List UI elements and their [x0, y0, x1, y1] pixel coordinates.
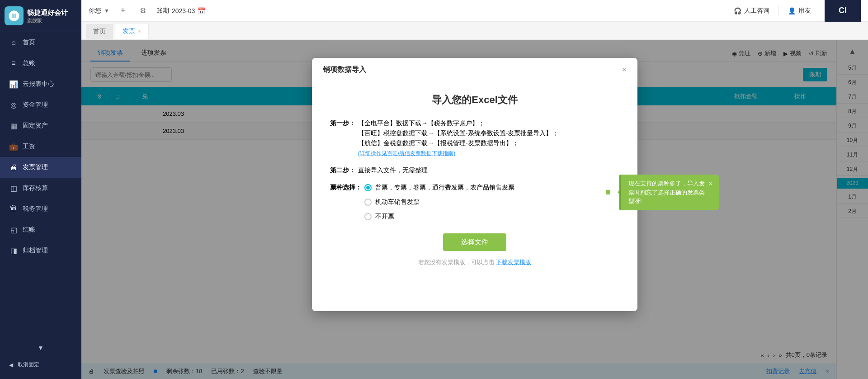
company-name: 你您 [89, 7, 101, 15]
sidebar-item-label: 库存核算 [23, 184, 48, 192]
user-icon: 👤 [788, 7, 796, 14]
sidebar-item-label: 结账 [23, 226, 35, 234]
headset-icon: 🎧 [734, 7, 741, 14]
company-selector[interactable]: 你您 ▼ [89, 7, 109, 15]
step1-line3: 【航信】金税盘数据下载→【报税管理-发票数据导出】； [358, 139, 558, 147]
archive-icon: ◨ [9, 246, 18, 255]
sidebar-item-label: 税务管理 [23, 205, 48, 213]
radio-option-car[interactable]: 机动车销售发票 [364, 198, 514, 206]
checkout-icon: ◱ [9, 225, 18, 234]
chevron-down-icon: ▼ [104, 8, 109, 14]
top-header: 你您 ▼ + ⚙ 账期 2023-03 📅 🎧 人工咨询 👤 用友 [81, 0, 868, 22]
cancel-fixed-icon: ◀ [9, 362, 13, 368]
sidebar-item-assets[interactable]: ▦ 固定资产 [0, 115, 81, 136]
radio-label-none: 不开票 [375, 213, 394, 221]
sidebar-scroll-down[interactable]: ▼ [0, 341, 81, 355]
modal-header: 销项数据导入 × [312, 58, 637, 82]
radio-label-normal: 普票，专票，卷票，通行费发票，农产品销售发票 [375, 184, 514, 192]
sidebar-item-ledger[interactable]: ≡ 总账 [0, 53, 81, 74]
support-label: 人工咨询 [744, 7, 769, 15]
radio-circle-car [364, 199, 372, 206]
sidebar-item-label: 云报表中心 [23, 80, 54, 88]
period-label: 账期 [156, 7, 169, 15]
reports-icon: 📊 [9, 80, 18, 89]
modal-footer: 若您没有发票模版，可以点击 下载发票模版 [330, 258, 619, 266]
ci-badge: CI [825, 0, 861, 22]
sidebar-item-archive[interactable]: ◨ 归档管理 [0, 240, 81, 261]
brand-name: 畅捷通好会计 [27, 8, 68, 17]
sidebar-item-inventory[interactable]: ◫ 库存核算 [0, 178, 81, 199]
header-right: 🎧 人工咨询 👤 用友 CI [734, 0, 861, 22]
cancel-fixed-label: 取消固定 [18, 361, 39, 369]
step1-row: 第一步： 【全电平台】数据下载→【税务数字账户】； 【百旺】税控盘数据下载→【系… [330, 119, 619, 157]
sidebar-item-tax[interactable]: 🏛 税务管理 [0, 199, 81, 219]
tab-bar: 首页 发票 × [81, 22, 868, 40]
add-button[interactable]: + [117, 5, 129, 17]
sidebar-item-reports[interactable]: 📊 云报表中心 [0, 74, 81, 95]
invoice-icon: 🖨 [9, 163, 18, 172]
sidebar-item-invoice[interactable]: 🖨 发票管理 [0, 157, 81, 178]
edition-label: 旗舰版 [27, 17, 68, 24]
sidebar-item-label: 固定资产 [23, 122, 48, 130]
radio-circle-none [364, 213, 372, 220]
app-logo-icon [5, 6, 24, 25]
sidebar-item-label: 资金管理 [23, 101, 48, 109]
tab-home[interactable]: 首页 [86, 24, 113, 39]
step2-block: 第二步： 直接导入文件，无需整理 [330, 166, 619, 175]
radio-option-normal[interactable]: 普票，专票，卷票，通行费发票，农产品销售发票 [364, 184, 514, 192]
inventory-icon: ◫ [9, 184, 18, 193]
user-button[interactable]: 👤 用友 [788, 7, 811, 15]
modal-title: 销项数据导入 [323, 65, 366, 75]
step1-block: 第一步： 【全电平台】数据下载→【税务数字账户】； 【百旺】税控盘数据下载→【系… [330, 119, 619, 157]
sidebar: 畅捷通好会计 旗舰版 ⌂ 首页 ≡ 总账 📊 云报表中心 ◎ 资金管理 ▦ [0, 0, 81, 379]
step1-link[interactable]: (详细操作见百旺/航信发票数据下载指南) [358, 149, 558, 157]
step2-content: 直接导入文件，无需整理 [358, 166, 428, 175]
radio-group: 普票，专票，卷票，通行费发票，农产品销售发票 机动车销售发票 [364, 184, 514, 221]
step1-content: 【全电平台】数据下载→【税务数字账户】； 【百旺】税控盘数据下载→【系统设置-系… [358, 119, 558, 157]
tooltip-close-btn[interactable]: × [709, 179, 712, 189]
sidebar-item-funds[interactable]: ◎ 资金管理 [0, 95, 81, 115]
settings-button[interactable]: ⚙ [137, 5, 149, 17]
funds-icon: ◎ [9, 100, 18, 109]
sidebar-bottom: ▼ ◀ 取消固定 [0, 336, 81, 379]
step1-line2: 【百旺】税控盘数据下载→【系统设置-系统参数设置-发票批量导入】； [358, 129, 558, 137]
step2-label: 第二步： [330, 166, 355, 175]
tab-invoice[interactable]: 发票 × [115, 23, 149, 39]
ticket-selection-block: 票种选择： 普票，专票，卷票，通行费发票，农产品销售发票 [330, 184, 619, 221]
ci-text: CI [839, 6, 847, 15]
ticket-label: 票种选择： [330, 184, 362, 192]
sidebar-item-home[interactable]: ⌂ 首页 [0, 32, 81, 53]
sidebar-item-checkout[interactable]: ◱ 结账 [0, 219, 81, 240]
tab-invoice-label: 发票 [123, 27, 135, 35]
sidebar-item-salary[interactable]: 💼 工资 [0, 136, 81, 157]
user-label: 用友 [798, 7, 811, 15]
radio-label-car: 机动车销售发票 [375, 198, 420, 206]
modal-close-button[interactable]: × [622, 65, 627, 75]
step1-line1: 【全电平台】数据下载→【税务数字账户】； [358, 119, 558, 128]
sidebar-cancel-fixed[interactable]: ◀ 取消固定 [0, 355, 81, 374]
modal-overlay: 销项数据导入 × 导入您的Excel文件 第一步： 【全电平台】数据下载→【税务… [81, 40, 868, 379]
calendar-icon[interactable]: 📅 [198, 7, 205, 14]
content-area: 销项发票 进项发票 ◉ 凭证 ⊕ 新增 [81, 40, 868, 379]
sidebar-item-label: 发票管理 [23, 163, 48, 171]
tooltip-bar [619, 175, 621, 210]
ledger-icon: ≡ [9, 59, 18, 68]
download-template-link[interactable]: 下载发票模版 [496, 259, 531, 265]
sidebar-item-label: 归档管理 [23, 246, 48, 255]
tab-home-label: 首页 [93, 28, 106, 36]
radio-circle-normal [364, 184, 372, 191]
logo-svg [8, 9, 20, 22]
sidebar-item-label: 工资 [23, 142, 35, 151]
support-button[interactable]: 🎧 人工咨询 [734, 7, 769, 15]
modal-footer-text: 若您没有发票模版，可以点击 [418, 259, 495, 265]
tax-icon: 🏛 [9, 204, 18, 213]
sidebar-nav: ⌂ 首页 ≡ 总账 📊 云报表中心 ◎ 资金管理 ▦ 固定资产 💼 工资 [0, 32, 81, 336]
select-file-button[interactable]: 选择文件 [443, 233, 506, 251]
sidebar-logo-text: 畅捷通好会计 旗舰版 [27, 8, 68, 24]
modal-body: 导入您的Excel文件 第一步： 【全电平台】数据下载→【税务数字账户】； 【百… [312, 82, 637, 277]
tooltip-bubble: × 现在支持的票种多了，导入发票时别忘了选择正确的发票类型呀! [619, 175, 719, 210]
radio-option-none[interactable]: 不开票 [364, 213, 514, 221]
assets-icon: ▦ [9, 121, 18, 130]
step1-link-text[interactable]: (详细操作见百旺/航信发票数据下载指南) [358, 150, 455, 156]
tab-close-icon[interactable]: × [138, 28, 141, 34]
